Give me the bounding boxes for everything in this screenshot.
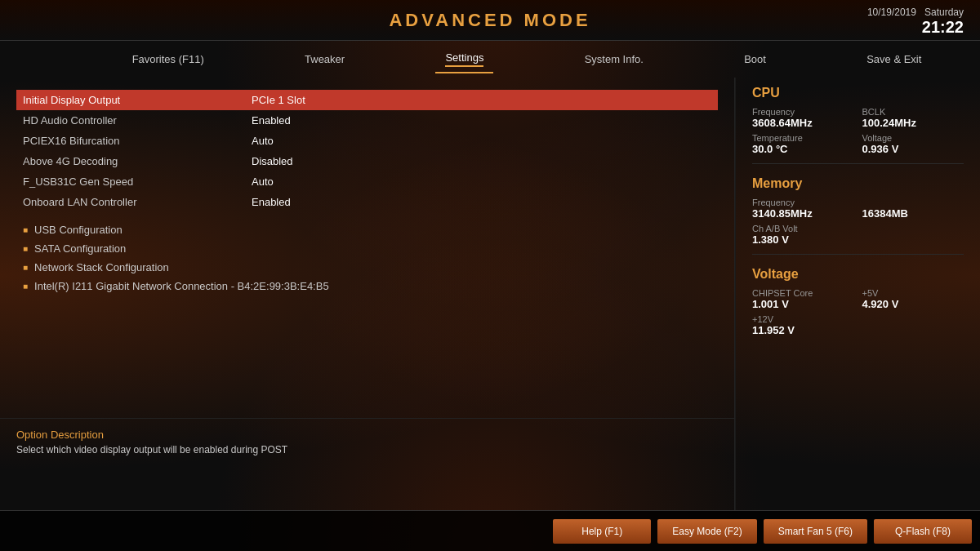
voltage-5v-value: 4.920 V xyxy=(862,298,964,310)
tab-favorites[interactable]: Favorites (F11) xyxy=(122,50,214,69)
memory-title: Memory xyxy=(752,176,964,191)
submenu-label-network: Network Stack Configuration xyxy=(34,261,169,273)
time-display: 21:22 xyxy=(867,18,964,37)
cpu-title: CPU xyxy=(752,86,964,100)
voltage-12v-value: 11.952 V xyxy=(752,324,964,336)
voltage-chipset-label: CHIPSET Core xyxy=(752,288,854,298)
settings-panel: Initial Display Output PCIe 1 Slot HD Au… xyxy=(0,78,735,510)
easy-mode-button[interactable]: Easy Mode (F2) xyxy=(657,519,756,544)
system-info-panel: CPU Frequency 3608.64MHz BCLK 100.24MHz … xyxy=(735,78,980,510)
voltage-12v-label: +12V xyxy=(752,314,964,324)
bullet-icon: ■ xyxy=(23,225,28,234)
setting-value-above4g: Disabled xyxy=(252,155,293,167)
cpu-frequency-label: Frequency xyxy=(752,107,854,117)
memory-frequency-group: Frequency 3140.85MHz xyxy=(752,198,854,220)
cpu-section: CPU Frequency 3608.64MHz BCLK 100.24MHz … xyxy=(752,86,964,164)
memory-chvolt-label: Ch A/B Volt xyxy=(752,224,964,233)
submenu-label-intel-nic: Intel(R) I211 Gigabit Network Connection… xyxy=(34,280,329,292)
settings-item-above4g[interactable]: Above 4G Decoding Disabled xyxy=(16,151,718,171)
cpu-bclk-label: BCLK xyxy=(862,107,964,117)
tab-tweaker[interactable]: Tweaker xyxy=(295,50,354,69)
settings-item-fusb31c[interactable]: F_USB31C Gen Speed Auto xyxy=(16,171,718,192)
cpu-stats: Frequency 3608.64MHz BCLK 100.24MHz Temp… xyxy=(752,107,964,155)
tab-save-exit[interactable]: Save & Exit xyxy=(857,50,931,69)
submenu-label-sata: SATA Configuration xyxy=(34,242,126,255)
smart-fan-button[interactable]: Smart Fan 5 (F6) xyxy=(764,519,867,544)
memory-section: Memory Frequency 3140.85MHz 16384MB Ch A… xyxy=(752,176,964,255)
cpu-voltage-group: Voltage 0.936 V xyxy=(862,133,964,155)
option-description: Option Description Select which video di… xyxy=(0,418,735,465)
help-button[interactable]: Help (F1) xyxy=(553,519,651,544)
submenu-network-stack[interactable]: ■ Network Stack Configuration xyxy=(16,258,718,277)
submenu-usb-config[interactable]: ■ USB Configuration xyxy=(16,220,718,239)
memory-frequency-value: 3140.85MHz xyxy=(752,207,854,220)
setting-value-hd-audio: Enabled xyxy=(252,114,291,127)
voltage-chipset-group: CHIPSET Core 1.001 V xyxy=(752,288,854,310)
memory-size-group: 16384MB xyxy=(862,198,964,220)
header: ADVANCED MODE 10/19/2019 Saturday 21:22 xyxy=(0,0,980,41)
cpu-frequency-group: Frequency 3608.64MHz xyxy=(752,107,854,129)
qflash-button[interactable]: Q-Flash (F8) xyxy=(874,519,972,544)
memory-size-label xyxy=(862,198,964,207)
voltage-5v-group: +5V 4.920 V xyxy=(862,288,964,310)
cpu-bclk-value: 100.24MHz xyxy=(862,117,964,129)
bullet-icon: ■ xyxy=(23,244,28,253)
submenu-intel-nic[interactable]: ■ Intel(R) I211 Gigabit Network Connecti… xyxy=(16,277,718,295)
voltage-section: Voltage CHIPSET Core 1.001 V +5V 4.920 V… xyxy=(752,267,964,344)
cpu-bclk-group: BCLK 100.24MHz xyxy=(862,107,964,129)
settings-item-pciex16[interactable]: PCIEX16 Bifurcation Auto xyxy=(16,131,718,151)
settings-item-hd-audio[interactable]: HD Audio Controller Enabled xyxy=(16,110,718,131)
cpu-temp-label: Temperature xyxy=(752,133,854,143)
memory-chvolt-value: 1.380 V xyxy=(752,233,964,246)
memory-chvolt-group: Ch A/B Volt 1.380 V xyxy=(752,224,964,246)
setting-value-pciex16: Auto xyxy=(252,135,274,147)
tab-system-info[interactable]: System Info. xyxy=(575,50,653,69)
voltage-12v-group: +12V 11.952 V xyxy=(752,314,964,336)
setting-value-onboard-lan: Enabled xyxy=(252,196,291,208)
submenu-list: ■ USB Configuration ■ SATA Configuration… xyxy=(16,220,718,295)
main-content: Initial Display Output PCIe 1 Slot HD Au… xyxy=(0,78,980,510)
memory-size-value: 16384MB xyxy=(862,207,964,220)
setting-label-above4g: Above 4G Decoding xyxy=(23,155,252,167)
setting-label-fusb31c: F_USB31C Gen Speed xyxy=(23,176,252,188)
settings-item-initial-display[interactable]: Initial Display Output PCIe 1 Slot xyxy=(16,90,718,110)
setting-value-initial-display: PCIe 1 Slot xyxy=(252,94,305,106)
bullet-icon: ■ xyxy=(23,282,28,291)
submenu-label-usb: USB Configuration xyxy=(34,224,122,236)
option-description-text: Select which video display output will b… xyxy=(16,444,719,455)
option-description-title: Option Description xyxy=(16,429,719,441)
voltage-title: Voltage xyxy=(752,267,964,282)
cpu-voltage-value: 0.936 V xyxy=(862,143,964,155)
memory-frequency-label: Frequency xyxy=(752,198,854,207)
setting-label-pciex16: PCIEX16 Bifurcation xyxy=(23,135,252,147)
voltage-stats: CHIPSET Core 1.001 V +5V 4.920 V +12V 11… xyxy=(752,288,964,336)
tab-boot[interactable]: Boot xyxy=(734,50,776,69)
cpu-temp-value: 30.0 °C xyxy=(752,143,854,155)
datetime: 10/19/2019 Saturday 21:22 xyxy=(867,7,964,37)
cpu-frequency-value: 3608.64MHz xyxy=(752,117,854,129)
setting-value-fusb31c: Auto xyxy=(252,176,274,188)
active-tab-indicator xyxy=(445,65,483,67)
setting-label-initial-display: Initial Display Output xyxy=(23,94,252,106)
setting-label-onboard-lan: Onboard LAN Controller xyxy=(23,196,252,208)
memory-stats: Frequency 3140.85MHz 16384MB Ch A/B Volt… xyxy=(752,198,964,246)
submenu-sata-config[interactable]: ■ SATA Configuration xyxy=(16,239,718,258)
cpu-voltage-label: Voltage xyxy=(862,133,964,143)
footer: Help (F1) Easy Mode (F2) Smart Fan 5 (F6… xyxy=(0,510,980,551)
tab-settings[interactable]: Settings xyxy=(435,48,493,70)
cpu-temp-group: Temperature 30.0 °C xyxy=(752,133,854,155)
page-title: ADVANCED MODE xyxy=(389,10,590,31)
date-display: 10/19/2019 Saturday xyxy=(867,7,964,18)
bullet-icon: ■ xyxy=(23,263,28,272)
settings-item-onboard-lan[interactable]: Onboard LAN Controller Enabled xyxy=(16,192,718,212)
voltage-5v-label: +5V xyxy=(862,288,964,298)
setting-label-hd-audio: HD Audio Controller xyxy=(23,114,252,127)
voltage-chipset-value: 1.001 V xyxy=(752,298,854,310)
